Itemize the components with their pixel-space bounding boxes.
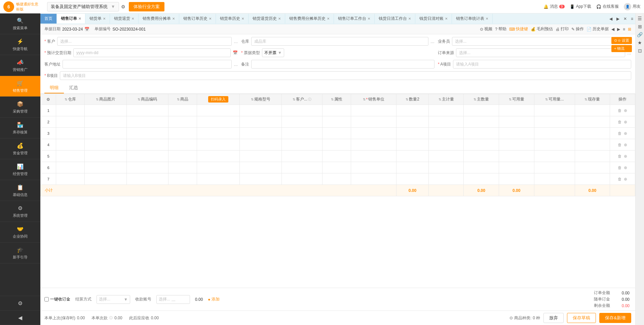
receipt-account-select[interactable]: 选择... ... [156,295,190,304]
th-sales-unit[interactable]: ⇅ *销售单位 [351,94,396,105]
th-product-image[interactable]: ⇅ 商品图片 [85,94,126,105]
profit-btn[interactable]: 💰 毛利预估 [531,26,553,32]
history-btn[interactable]: 📄 历史单据 [586,26,609,32]
warehouse-more-btn[interactable]: ... [430,39,434,44]
copy-row-4[interactable]: ⊕ [624,143,627,147]
tab-next-btn[interactable]: ▶ [614,15,621,23]
add-logistics-btn[interactable]: + 物流 [611,45,632,52]
sidebar-item-base-info[interactable]: 📋 基础信息 [0,180,40,201]
sidebar-item-finance[interactable]: 💰 资金管理 [0,138,40,159]
tab-prev-btn[interactable]: ◀ [607,15,614,23]
tab-close-sales-return[interactable]: ✕ [103,17,106,21]
sidebar-item-guide[interactable]: 🎓 新手引导 [0,243,40,263]
tab-sales-summary[interactable]: 销售订单统计表✕ [452,14,493,24]
a-project-input[interactable] [453,60,631,69]
th-spec[interactable]: ⇅ 规格型号 [240,94,281,105]
delete-row-7[interactable]: 🗑 [618,177,622,181]
copy-row-1[interactable]: ⊕ [624,108,627,113]
nav-prev-icon[interactable]: ◀ [611,27,614,32]
tab-summary[interactable]: 汇总 [64,83,83,93]
th-settings[interactable]: ⚙ [41,94,56,105]
tab-menu-btn[interactable]: ≡ [629,15,635,23]
tab-sales-order[interactable]: 销售订单✕ [57,14,85,24]
address-more-btn[interactable]: ... [234,62,238,67]
sidebar-item-system[interactable]: ⚙ 系统管理 [0,201,40,222]
right-panel-btn-2[interactable]: ⊞ [636,23,644,30]
sidebar-item-purchase[interactable]: 📦 采购管理 [0,97,40,118]
list-view-icon[interactable]: ≡ [623,27,625,32]
print-btn[interactable]: 🖨 打印 [556,26,569,32]
sidebar-item-settings2[interactable]: ⚙ [0,296,40,311]
scan-btn[interactable]: 扫码录入 [208,96,228,103]
tab-close-sales-fee-split-history[interactable]: ✕ [327,17,330,21]
tab-sales-refund[interactable]: 销货退货✕ [110,14,139,24]
one-click-settle-checkbox[interactable] [44,297,49,301]
order-source-input[interactable] [456,48,625,57]
invoice-type-select-wrap[interactable]: 不开票 ▼ [262,48,284,57]
sidebar-item-quick-nav[interactable]: ⚡ 快捷导航 [0,34,40,55]
receipt-more-btn[interactable]: ... [172,297,176,302]
tab-close-all-btn[interactable]: ✕ [621,15,629,23]
sidebar-item-inventory[interactable]: 🏪 库存核算 [0,118,40,138]
tab-sales-fee-split-history[interactable]: 销售费用分摊单历史✕ [285,14,334,24]
tab-receivable-workbench[interactable]: 钱货日清工作台✕ [375,14,415,24]
tab-home[interactable]: 首页 [40,14,57,24]
user-btn[interactable]: 👤 用友 [624,3,641,10]
tab-sales-order-history[interactable]: 销售订单历史✕ [179,14,216,24]
th-qty2[interactable]: ⇅ 数量2 [396,94,429,105]
tab-close-receivable-workbench[interactable]: ✕ [408,17,411,21]
tab-close-receivable-reconcile[interactable]: ✕ [445,17,448,21]
delivery-date-input[interactable] [73,48,231,57]
right-panel-btn-1[interactable]: ☰ [636,15,644,22]
th-product[interactable]: ⇅ 商品 [168,94,197,105]
tab-close-sales-order-workbench[interactable]: ✕ [368,17,370,21]
th-available[interactable]: ⇅ 可用量 [499,94,534,105]
th-stock[interactable]: ⇅ 现存量 [575,94,610,105]
copy-row-6[interactable]: ⊕ [624,165,627,170]
right-panel-btn-3[interactable]: 🔗 [636,31,644,38]
warehouse-input[interactable] [251,37,428,46]
customer-address-input[interactable] [63,60,232,69]
app-download-btn[interactable]: 📱 App下载 [570,4,591,9]
sidebar-collapse-btn[interactable]: ◀ [0,311,40,325]
th-main-unit[interactable]: ⇅ 主计量 [428,94,464,105]
add-btn[interactable]: ● 添加 [208,296,219,302]
sidebar-item-sales[interactable]: 🛒 销售管理 [0,76,40,97]
grid-view-icon[interactable]: ⊞ [628,27,631,32]
tab-close-sales-refund[interactable]: ✕ [131,17,134,21]
tab-receivable-reconcile[interactable]: 钱货日清对账✕ [415,14,452,24]
copy-row-2[interactable]: ⊕ [624,120,627,124]
save-draft-btn[interactable]: 保存草稿 [567,313,596,323]
tab-close-sales-order[interactable]: ✕ [78,17,81,21]
sidebar-item-marketing[interactable]: 📣 营销推广 [0,55,40,76]
tab-sales-return[interactable]: 销货单✕ [85,14,110,24]
tab-close-sales-summary[interactable]: ✕ [486,17,488,21]
right-panel-btn-5[interactable]: ⊡ [636,47,644,54]
help-icon[interactable]: ⓘ [109,316,113,320]
payment-method-select[interactable]: 选择... ▼ [97,295,130,304]
note-input[interactable] [251,60,434,69]
shortcut-btn[interactable]: ⌨ 快捷键 [509,26,528,32]
tab-sales-fee-split[interactable]: 销售费用分摊单✕ [139,14,179,24]
industry-btn[interactable]: 体验行业方案 [129,2,164,11]
view-video-btn[interactable]: ⊙ 视频 [480,26,492,32]
th-attribute[interactable]: ⇅ 属性 [322,94,351,105]
th-customer-code[interactable]: ⇅ 客户... ⓘ [281,94,322,105]
sidebar-item-operations[interactable]: 📊 经营管理 [0,159,40,180]
delete-row-2[interactable]: 🗑 [618,120,622,124]
tab-sales-return-history[interactable]: 销货单历史✕ [216,14,249,24]
copy-row-3[interactable]: ⊕ [624,131,627,136]
delete-row-3[interactable]: 🗑 [618,131,622,136]
th-warehouse[interactable]: ⇅ 仓库 [56,94,85,105]
tab-detail[interactable]: 明细 [44,83,64,93]
tab-close-sales-order-history[interactable]: ✕ [209,17,212,21]
save-new-btn[interactable]: 保存&新增 [599,313,631,323]
help-btn[interactable]: ? 帮助 [495,26,506,32]
delete-row-4[interactable]: 🗑 [618,143,622,147]
notification-btn[interactable]: 🔔 消息 9 [543,4,565,9]
discard-btn[interactable]: 放弃 [543,313,564,323]
th-available2[interactable]: ⇅ 可用量... [534,94,575,105]
delivery-calendar-icon[interactable]: 📅 [233,50,238,55]
tab-sales-refund-history[interactable]: 销货退货历史✕ [249,14,285,24]
settings-icon[interactable]: ⚙ [121,4,125,9]
